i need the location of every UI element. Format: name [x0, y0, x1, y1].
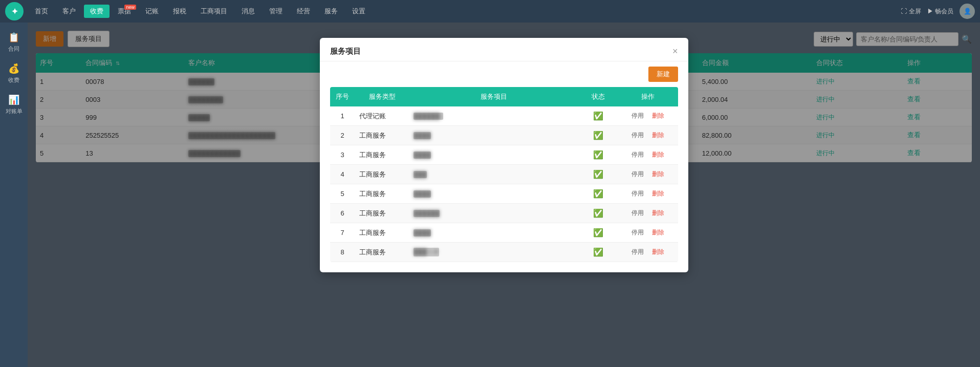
modal-seq: 6 [330, 204, 355, 223]
delete-button[interactable]: 删除 [649, 247, 667, 257]
modal-table-row: 2 工商服务 ████ ✅ 停用 删除 [330, 126, 678, 145]
app-logo: ✦ [5, 2, 24, 20]
nav-item-经营[interactable]: 经营 [291, 5, 316, 18]
delete-button[interactable]: 删除 [649, 111, 667, 121]
modal-status: ✅ [578, 165, 618, 184]
modal-item: ███ [409, 165, 578, 184]
modal-item: ████ [409, 184, 578, 204]
modal-seq: 3 [330, 145, 355, 165]
modal-item: ████ [409, 145, 578, 165]
sidebar-icon: 💰 [8, 63, 19, 74]
modal-table-row: 1 代理记账 ██████1 ✅ 停用 删除 [330, 106, 678, 126]
stop-button[interactable]: 停用 [628, 111, 647, 121]
main-layout: 📋合同💰收费📊对账单 新增 服务项目 进行中已完成已终止 🔍 序号合同编码 ⇅客… [0, 23, 980, 367]
modal-seq: 2 [330, 126, 355, 145]
stop-button[interactable]: 停用 [628, 247, 647, 257]
modal-new-button[interactable]: 新建 [648, 67, 678, 82]
top-nav: ✦ 首页客户收费票据new记账报税工商项目消息管理经营服务设置 ⛶ 全屏 ▶ 畅… [0, 0, 980, 23]
modal-table-row: 7 工商服务 ████ ✅ 停用 删除 [330, 223, 678, 243]
modal-actions: 停用 删除 [618, 145, 678, 165]
modal-type: 工商服务 [355, 126, 410, 145]
modal-actions: 停用 删除 [618, 165, 678, 184]
modal-actions: 停用 删除 [618, 243, 678, 262]
nav-item-收费[interactable]: 收费 [84, 5, 110, 18]
modal-close-button[interactable]: × [672, 46, 678, 57]
sidebar-icon: 📋 [8, 32, 19, 43]
stop-button[interactable]: 停用 [628, 149, 647, 160]
sidebar-label: 收费 [8, 76, 19, 84]
modal-type: 工商服务 [355, 223, 410, 243]
fullscreen-btn[interactable]: ⛶ 全屏 [901, 7, 921, 16]
modal-type: 代理记账 [355, 106, 410, 126]
modal-type: 工商服务 [355, 184, 410, 204]
nav-item-客户[interactable]: 客户 [56, 5, 82, 18]
delete-button[interactable]: 删除 [649, 169, 667, 180]
modal-actions: 停用 删除 [618, 126, 678, 145]
modal-type: 工商服务 [355, 243, 410, 262]
delete-button[interactable]: 删除 [649, 130, 667, 141]
service-modal: 服务项目 × 新建 序号服务类型服务项目状态操作 1 代理记账 ██████1 … [320, 38, 688, 272]
sidebar-icon: 📊 [8, 94, 19, 105]
modal-status: ✅ [578, 223, 618, 243]
modal-table-row: 4 工商服务 ███ ✅ 停用 删除 [330, 165, 678, 184]
sidebar-item-对账单[interactable]: 📊对账单 [2, 90, 26, 119]
modal-table-row: 3 工商服务 ████ ✅ 停用 删除 [330, 145, 678, 165]
nav-item-消息[interactable]: 消息 [235, 5, 261, 18]
modal-item: ██████ [409, 204, 578, 223]
nav-item-服务[interactable]: 服务 [318, 5, 344, 18]
modal-body: 序号服务类型服务项目状态操作 1 代理记账 ██████1 ✅ 停用 删除 2 … [320, 87, 688, 272]
stop-button[interactable]: 停用 [628, 130, 647, 141]
delete-button[interactable]: 删除 [649, 227, 667, 238]
modal-seq: 8 [330, 243, 355, 262]
stop-button[interactable]: 停用 [628, 188, 647, 199]
modal-status: ✅ [578, 243, 618, 262]
modal-toolbar: 新建 [320, 61, 688, 87]
modal-actions: 停用 删除 [618, 204, 678, 223]
nav-item-票据[interactable]: 票据new [112, 5, 137, 18]
modal-col-4: 操作 [618, 87, 678, 106]
sidebar-label: 对账单 [6, 107, 23, 115]
modal-actions: 停用 删除 [618, 106, 678, 126]
modal-item: ███注册 [409, 243, 578, 262]
modal-item: ████ [409, 126, 578, 145]
nav-item-设置[interactable]: 设置 [346, 5, 372, 18]
delete-button[interactable]: 删除 [649, 208, 667, 219]
modal-type: 工商服务 [355, 145, 410, 165]
modal-seq: 1 [330, 106, 355, 126]
nav-item-首页[interactable]: 首页 [29, 5, 54, 18]
modal-col-2: 服务项目 [409, 87, 578, 106]
stop-button[interactable]: 停用 [628, 227, 647, 238]
top-nav-right: ⛶ 全屏 ▶ 畅会员 👤 [901, 4, 975, 19]
nav-item-报税[interactable]: 报税 [167, 5, 192, 18]
modal-seq: 7 [330, 223, 355, 243]
modal-seq: 5 [330, 184, 355, 204]
sidebar-label: 合同 [8, 45, 19, 53]
member-btn[interactable]: ▶ 畅会员 [927, 7, 953, 16]
modal-seq: 4 [330, 165, 355, 184]
modal-table-row: 6 工商服务 ██████ ✅ 停用 删除 [330, 204, 678, 223]
modal-title: 服务项目 [330, 47, 361, 56]
sidebar: 📋合同💰收费📊对账单 [0, 23, 28, 367]
delete-button[interactable]: 删除 [649, 188, 667, 199]
service-items-table: 序号服务类型服务项目状态操作 1 代理记账 ██████1 ✅ 停用 删除 2 … [330, 87, 678, 262]
nav-item-记账[interactable]: 记账 [139, 5, 165, 18]
modal-status: ✅ [578, 204, 618, 223]
sidebar-item-收费[interactable]: 💰收费 [2, 59, 26, 88]
modal-status: ✅ [578, 184, 618, 204]
modal-col-1: 服务类型 [355, 87, 410, 106]
delete-button[interactable]: 删除 [649, 149, 667, 160]
stop-button[interactable]: 停用 [628, 169, 647, 180]
nav-item-管理[interactable]: 管理 [263, 5, 289, 18]
nav-item-工商项目[interactable]: 工商项目 [194, 5, 233, 18]
modal-overlay: 服务项目 × 新建 序号服务类型服务项目状态操作 1 代理记账 ██████1 … [28, 23, 980, 367]
user-avatar[interactable]: 👤 [960, 4, 975, 19]
modal-type: 工商服务 [355, 204, 410, 223]
modal-status: ✅ [578, 106, 618, 126]
modal-col-0: 序号 [330, 87, 355, 106]
sidebar-item-合同[interactable]: 📋合同 [2, 28, 26, 57]
stop-button[interactable]: 停用 [628, 208, 647, 219]
nav-menu: 首页客户收费票据new记账报税工商项目消息管理经营服务设置 [29, 5, 901, 18]
modal-actions: 停用 删除 [618, 184, 678, 204]
modal-status: ✅ [578, 126, 618, 145]
modal-table-row: 8 工商服务 ███注册 ✅ 停用 删除 [330, 243, 678, 262]
